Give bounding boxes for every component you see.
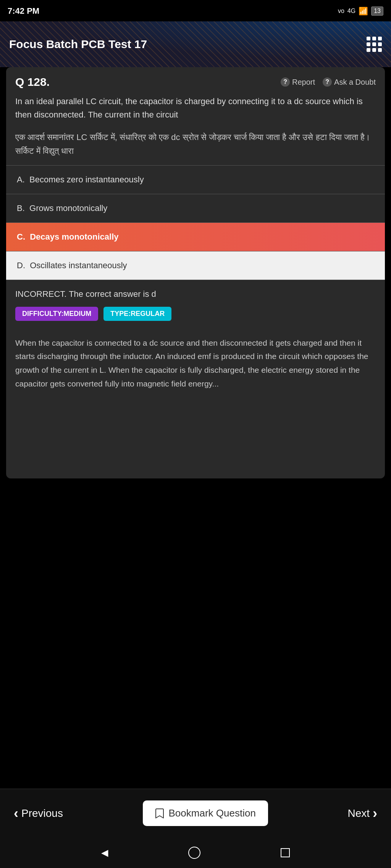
option-d-text: Oscillates instantaneously xyxy=(30,261,127,270)
system-nav-bar: ◀ xyxy=(0,837,391,868)
option-d[interactable]: D. Oscillates instantaneously xyxy=(6,251,385,280)
option-c-text: Decays monotonically xyxy=(30,232,118,242)
previous-button[interactable]: ‹ Previous xyxy=(0,789,77,837)
type-tag: TYPE:REGULAR xyxy=(103,307,171,321)
status-icons: vo 4G 📶 13 xyxy=(338,6,383,16)
vo-icon: vo xyxy=(338,8,344,14)
signal-bars: 📶 xyxy=(359,6,368,16)
status-time: 7:42 PM xyxy=(8,6,39,16)
lte-icon: 4G xyxy=(347,8,355,14)
app-title: Focus Batch PCB Test 17 xyxy=(9,38,147,51)
next-arrow-icon: › xyxy=(373,805,377,821)
ask-doubt-icon: ? xyxy=(323,77,332,87)
bookmark-icon xyxy=(155,808,164,819)
question-text-english: In an ideal parallel LC circuit, the cap… xyxy=(6,95,385,127)
bottom-navigation: ‹ Previous Bookmark Question Next › xyxy=(0,789,391,837)
question-number: Q 128. xyxy=(15,76,50,89)
option-b[interactable]: B. Grows monotonically xyxy=(6,194,385,223)
nav-spacer xyxy=(6,402,385,478)
ask-doubt-label: Ask a Doubt xyxy=(334,78,376,87)
question-actions: ? Report ? Ask a Doubt xyxy=(281,77,376,87)
result-section: INCORRECT. The correct answer is d DIFFI… xyxy=(6,280,385,336)
report-button[interactable]: ? Report xyxy=(281,77,315,87)
option-b-label: B. xyxy=(17,203,29,213)
next-label: Next xyxy=(347,807,370,820)
option-b-text: Grows monotonically xyxy=(29,203,107,213)
result-text: INCORRECT. The correct answer is d xyxy=(15,289,376,299)
bookmark-button[interactable]: Bookmark Question xyxy=(143,800,268,826)
question-text-hindi: एक आदर्श समानांतर LC सर्किट में, संधारित… xyxy=(6,127,385,165)
system-square-icon[interactable] xyxy=(281,848,290,857)
option-c[interactable]: C. Decays monotonically xyxy=(6,223,385,251)
option-a-label: A. xyxy=(17,175,29,184)
grid-menu-icon[interactable] xyxy=(367,37,382,52)
option-a-text: Becomes zero instantaneously xyxy=(29,175,144,184)
system-back-icon[interactable]: ◀ xyxy=(101,847,108,858)
tags-row: DIFFICULTY:MEDIUM TYPE:REGULAR xyxy=(15,307,376,321)
option-c-label: C. xyxy=(17,232,30,242)
system-home-icon[interactable] xyxy=(188,847,200,859)
previous-label: Previous xyxy=(21,807,63,820)
explanation-text: When the capacitor is connected to a dc … xyxy=(6,336,385,402)
ask-doubt-button[interactable]: ? Ask a Doubt xyxy=(323,77,376,87)
question-card: Q 128. ? Report ? Ask a Doubt In an idea… xyxy=(6,67,385,478)
report-label: Report xyxy=(292,78,315,87)
bookmark-label: Bookmark Question xyxy=(169,807,256,819)
app-header: Focus Batch PCB Test 17 xyxy=(0,21,391,67)
report-icon: ? xyxy=(281,77,290,87)
next-button[interactable]: Next › xyxy=(334,789,391,837)
option-a[interactable]: A. Becomes zero instantaneously xyxy=(6,166,385,194)
option-d-label: D. xyxy=(17,261,30,270)
difficulty-tag: DIFFICULTY:MEDIUM xyxy=(15,307,98,321)
battery-level: 13 xyxy=(371,6,383,16)
question-header: Q 128. ? Report ? Ask a Doubt xyxy=(6,67,385,95)
previous-arrow-icon: ‹ xyxy=(14,805,18,821)
status-bar: 7:42 PM vo 4G 📶 13 xyxy=(0,0,391,21)
